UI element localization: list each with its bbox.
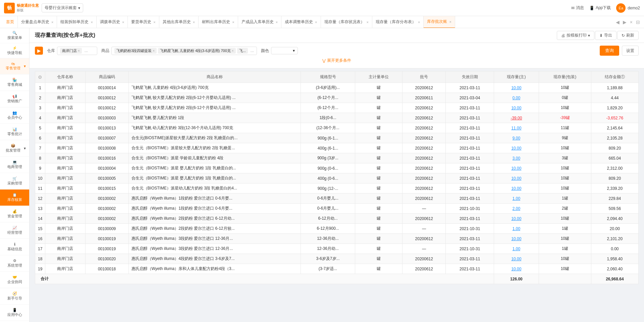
refresh-icon: ↻ [622, 33, 625, 38]
cell-spec: 6-12月幼... [301, 214, 355, 224]
wholesale-icon: 📦 [11, 144, 15, 148]
tab-kucun[interactable]: 库存批次账 × [424, 16, 455, 28]
close-icon[interactable]: × [122, 20, 124, 24]
cell-qty-pkg: 10罐 [539, 214, 591, 224]
user-area[interactable]: Ea demo2 [616, 3, 640, 13]
cell-qty-main: 10.00 [494, 173, 539, 183]
close-icon[interactable]: × [315, 20, 317, 24]
tab-yaohuo[interactable]: 要货单历史 × [128, 16, 159, 28]
sidebar-item-inventory[interactable]: 📋 库存核算 [0, 190, 29, 206]
sidebar-item-ecommerce[interactable]: 💻 电商管理 [0, 157, 29, 173]
tab-xianzai1[interactable]: 现存量（库存状况表） × [321, 16, 372, 28]
cell-expire: 2021-03-11 [446, 113, 494, 123]
expand-conditions-btn[interactable]: ⋁ 展开更多条件 [322, 58, 351, 63]
cell-qty-main: 1.00 [494, 224, 539, 234]
sidebar-item-finance[interactable]: 💰 资金管理 [0, 206, 29, 222]
sidebar-item-marketing[interactable]: 📢 营销推广 [0, 91, 29, 107]
page-actions: 🖨 按模板打印 ▾ ⬇ 导出 ↻ 刷新 [557, 31, 639, 40]
print-btn[interactable]: 🖨 按模板打印 ▾ [557, 31, 594, 40]
cell-unit: 罐 [355, 234, 402, 244]
close-icon[interactable]: × [51, 20, 53, 24]
remove-warehouse-icon[interactable]: × [78, 49, 80, 53]
sidebar-item-apps[interactable]: 📱 应用中心 [0, 305, 29, 321]
cell-qty-pkg: 10罐 [539, 173, 591, 183]
sidebar-item-stats[interactable]: 📊 零售统计 [0, 124, 29, 140]
tab-fenku[interactable]: 分量盘点单历史 × [18, 16, 57, 28]
tab-xianzai2[interactable]: 现存量（库存分布表） × [372, 16, 424, 28]
sidebar-item-wholesale[interactable]: 📦 批发管理 ▼ [0, 140, 29, 157]
tab-zuhe[interactable]: 组装拆卸单历史 × [57, 16, 96, 28]
warehouse-tag-container[interactable]: 南岸门店 × ... [57, 47, 97, 55]
more-dots[interactable]: ... [85, 48, 88, 53]
warehouse-label: 仓库 [47, 48, 55, 54]
close-icon[interactable]: × [91, 20, 93, 24]
cell-batch: 20200612 [402, 143, 446, 153]
close-icon[interactable]: × [276, 20, 278, 24]
inventory-table: ⚙ 仓库名称 商品编码 商品名称 规格型号 主计量单位 批号 失效日期 现存量(… [35, 71, 639, 284]
col-spec: 规格型号 [301, 71, 355, 83]
cell-balance: 2,094.40 [591, 214, 638, 224]
sidebar-item-member[interactable]: 👥 会员中心 [0, 107, 29, 124]
refresh-btn[interactable]: ↻ 刷新 [617, 31, 639, 40]
cell-spec: 400g (6-1... [301, 143, 355, 153]
export-btn[interactable]: ⬇ 导出 [595, 31, 616, 40]
cell-name: 合生元（BIOSTIME）派星幼儿配方奶粉 3段 乳糖蛋白的4... [128, 183, 301, 194]
table-row: 12 南岸门店 00100002 惠氏启醇（Wyeth illuma）1段奶粉 … [35, 194, 639, 204]
sidebar-item-guide[interactable]: 🧭 新手引导 [0, 288, 29, 305]
query-btn[interactable]: 查询 [600, 46, 619, 56]
sidebar-item-collab[interactable]: 🤝 企业协同 [0, 272, 29, 288]
product-tag-container[interactable]: 飞鹤奶粉3段四罐提装 × 飞鹤星飞帆 儿童奶粉 4段(3-6岁适用) 700克 … [111, 47, 257, 55]
cell-code: 00100014 [85, 83, 128, 93]
table-row: 9 南岸门店 00100004 合生元（BIOSTIME）派星 婴儿配方奶粉 1… [35, 163, 639, 173]
close-icon[interactable]: × [232, 20, 234, 24]
tab-cailiao[interactable]: 材料出库单历史 × [199, 16, 238, 28]
col-expire: 失效日期 [446, 71, 494, 83]
cell-code: 00100003 [85, 113, 128, 123]
close-icon[interactable]: × [418, 20, 420, 24]
home-tab-label: 首页 [6, 19, 14, 25]
sidebar-item-purchase[interactable]: 🛒 采购管理 [0, 173, 29, 190]
tab-qita[interactable]: 其他出库单历史 × [159, 16, 199, 28]
sidebar-item-search[interactable]: 🔍 搜索菜单 [0, 28, 29, 43]
tab-close-icon[interactable]: × [629, 19, 634, 25]
sidebar-item-shop[interactable]: 🏪 零售商城 [0, 74, 29, 91]
sidebar-item-basic[interactable]: ℹ 基础信息 [0, 239, 29, 255]
remove-product1-icon[interactable]: × [153, 49, 155, 53]
tab-home[interactable]: 首页 [3, 16, 18, 28]
sidebar-item-system[interactable]: ⚙ 系统管理 [0, 255, 29, 272]
cell-warehouse: 南岸门店 [45, 83, 85, 93]
sidebar-item-operations[interactable]: 📈 经营管理 [0, 222, 29, 239]
tab-next-icon[interactable]: ▶ [622, 19, 628, 25]
cell-code: 00100005 [85, 173, 128, 183]
workspace-selector[interactable]: 母婴行业演示账套 ▾ [42, 3, 83, 12]
sidebar-item-retail[interactable]: 🛍 零售管理 ▼ [0, 58, 29, 74]
setting-btn[interactable]: 设置 [622, 46, 639, 56]
close-icon[interactable]: × [449, 20, 451, 24]
table-row: 14 南岸门店 00100002 惠氏启醇（Wyeth illuma）2段奶粉 … [35, 214, 639, 224]
sidebar-item-quick[interactable]: ⚡ 快捷导航 [0, 43, 29, 58]
cell-seq: 18 [35, 254, 45, 264]
close-icon[interactable]: × [193, 20, 195, 24]
filter-expand-btn[interactable]: ▶ [35, 47, 43, 55]
cell-qty-pkg: 1罐 [539, 244, 591, 254]
cell-seq: 13 [35, 204, 45, 214]
tab-tiaopi[interactable]: 调拨单历史 × [97, 16, 128, 28]
app-download-btn[interactable]: 📱 App下载 [589, 5, 611, 11]
tab-chanliao[interactable]: 产成品入库单历史 × [238, 16, 281, 28]
cell-name: 惠氏启醇（Wyeth illuma）2段奶粉 爱尔兰进口 6-12月幼... [128, 214, 301, 224]
remove-product2-icon[interactable]: × [232, 49, 234, 53]
message-btn[interactable]: ✉ 消息 [571, 5, 584, 11]
tab-chengben[interactable]: 成本调整单历史 × [281, 16, 321, 28]
cell-batch: 20200612 [402, 103, 446, 113]
cell-name: 合生元(BIOSTIME)派星较大婴儿配方奶粉 2段 乳糖蛋白的... [128, 133, 301, 143]
more-dots2[interactable]: ... [251, 48, 254, 53]
tab-prev-icon[interactable]: ◀ [614, 19, 621, 25]
cell-expire: 2021-03-11 [446, 123, 494, 133]
close-icon[interactable]: × [153, 20, 155, 24]
tab-menu-icon[interactable]: ⊟ [635, 19, 641, 25]
cell-qty-pkg: 11罐 [539, 123, 591, 133]
gear-icon[interactable]: ⚙ [38, 74, 42, 80]
color-selector[interactable]: ▾ [271, 47, 298, 54]
cell-balance: 2,339.20 [591, 183, 638, 194]
close-icon[interactable]: × [367, 20, 369, 24]
